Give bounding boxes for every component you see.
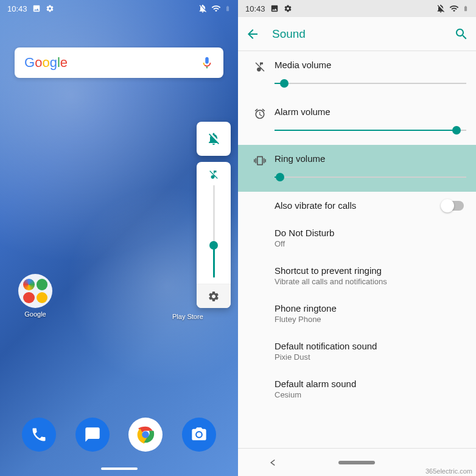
message-icon [84, 426, 101, 443]
setting-prevent-ringing[interactable]: Shortcut to prevent ringing Vibrate all … [238, 257, 476, 295]
gear-icon [284, 4, 292, 13]
gear-icon [208, 290, 220, 303]
search-icon[interactable] [454, 27, 469, 41]
messages-app[interactable] [75, 418, 110, 452]
setting-title: Default alarm sound [275, 379, 466, 389]
chrome-icon [133, 422, 158, 447]
wifi-icon [211, 4, 221, 13]
status-bar: 10:43 [0, 0, 238, 17]
setting-title: Default notification sound [275, 341, 466, 351]
home-screen: 10:43 Google [0, 0, 238, 476]
bell-off-icon [198, 4, 208, 13]
nav-back-icon[interactable] [268, 457, 279, 468]
bell-off-icon [436, 4, 446, 13]
setting-alarm-volume[interactable]: Alarm volume [238, 98, 476, 145]
settings-list: Media volume Alarm volume Ring volume Al… [238, 51, 476, 448]
youtube-mini-icon [23, 292, 35, 304]
wifi-icon [449, 4, 459, 13]
media-volume-slider[interactable] [275, 77, 466, 89]
setting-media-volume[interactable]: Media volume [238, 51, 476, 98]
music-off-icon [208, 169, 219, 180]
phone-app[interactable] [22, 418, 56, 452]
setting-notification-sound[interactable]: Default notification sound Pixie Dust [238, 332, 476, 370]
bell-off-icon [206, 131, 221, 146]
setting-title: Phone ringtone [275, 303, 466, 313]
image-icon [270, 4, 279, 13]
volume-slider[interactable] [213, 185, 215, 278]
chrome-mini-icon [23, 279, 35, 290]
alarm-volume-slider[interactable] [275, 124, 466, 136]
dock [0, 418, 238, 452]
battery-icon [463, 4, 469, 13]
google-folder[interactable]: Google [18, 274, 52, 318]
folder-label: Google [18, 310, 52, 318]
mic-icon[interactable] [200, 56, 214, 69]
nav-home-pill[interactable] [338, 461, 375, 464]
phone-icon [30, 426, 47, 443]
vibrate-toggle[interactable] [442, 201, 464, 211]
home-indicator[interactable] [101, 467, 138, 470]
battery-icon [225, 4, 231, 13]
music-off-icon [254, 61, 266, 73]
keep-mini-icon [37, 292, 48, 304]
volume-settings-button[interactable] [197, 284, 231, 308]
setting-title: Media volume [275, 60, 466, 70]
volume-panel [197, 122, 231, 308]
watermark: 365electric.com [425, 467, 472, 475]
volume-mute-button[interactable] [197, 122, 231, 156]
volume-slider-panel [197, 162, 231, 308]
vibrate-icon [254, 155, 266, 167]
setting-dnd[interactable]: Do Not Disturb Off [238, 219, 476, 257]
setting-ring-volume[interactable]: Ring volume [238, 145, 476, 192]
setting-subtitle: Cesium [275, 390, 466, 399]
camera-icon [191, 426, 208, 443]
image-icon [32, 4, 41, 13]
back-icon[interactable] [245, 27, 260, 41]
setting-subtitle: Flutey Phone [275, 315, 466, 324]
app-bar: Sound [238, 17, 476, 51]
alarm-icon [254, 108, 266, 120]
chrome-app[interactable] [128, 418, 163, 452]
setting-ringtone[interactable]: Phone ringtone Flutey Phone [238, 295, 476, 332]
setting-vibrate-calls[interactable]: Also vibrate for calls [238, 192, 476, 219]
setting-subtitle: Pixie Dust [275, 352, 466, 362]
ring-volume-slider[interactable] [275, 171, 466, 183]
google-logo: Google [24, 55, 200, 71]
gear-icon [46, 4, 54, 13]
status-time: 10:43 [245, 4, 265, 13]
status-time: 10:43 [7, 4, 27, 13]
svg-point-3 [197, 432, 201, 436]
setting-title: Do Not Disturb [275, 228, 466, 238]
camera-app[interactable] [182, 418, 216, 452]
setting-title: Also vibrate for calls [275, 200, 466, 211]
drive-mini-icon [37, 279, 48, 290]
playstore-label: Play Store [172, 313, 203, 320]
page-title: Sound [272, 27, 454, 41]
search-bar[interactable]: Google [15, 47, 223, 78]
status-bar: 10:43 [238, 0, 476, 17]
setting-title: Shortcut to prevent ringing [275, 265, 466, 276]
settings-screen: 10:43 Sound Media volume Alarm volume [238, 0, 476, 476]
setting-subtitle: Off [275, 239, 466, 248]
setting-subtitle: Vibrate all calls and notifications [275, 277, 466, 286]
setting-title: Ring volume [275, 153, 466, 164]
setting-alarm-sound[interactable]: Default alarm sound Cesium [238, 370, 476, 408]
setting-title: Alarm volume [275, 107, 466, 117]
